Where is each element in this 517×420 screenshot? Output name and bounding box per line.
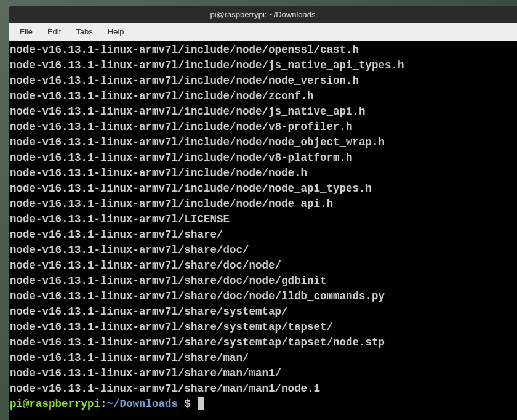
terminal-line: node-v16.13.1-linux-armv7l/share/man/man… [10, 381, 516, 397]
terminal-output[interactable]: node-v16.13.1-linux-armv7l/include/node/… [9, 41, 517, 420]
titlebar[interactable]: pi@raspberrypi: ~/Downloads [9, 6, 517, 23]
prompt-separator: : [100, 398, 107, 410]
terminal-line: node-v16.13.1-linux-armv7l/share/doc/ [10, 243, 516, 258]
terminal-line: node-v16.13.1-linux-armv7l/include/node/… [10, 135, 516, 150]
prompt-line: pi@raspberrypi:~/Downloads $ [10, 397, 516, 412]
terminal-line: node-v16.13.1-linux-armv7l/include/node/… [10, 104, 516, 119]
cursor-icon [198, 397, 204, 410]
window-title: pi@raspberrypi: ~/Downloads [210, 10, 315, 19]
menu-help[interactable]: Help [102, 25, 130, 39]
terminal-line: node-v16.13.1-linux-armv7l/share/man/man… [10, 366, 516, 381]
menubar: File Edit Tabs Help [9, 23, 517, 41]
terminal-line: node-v16.13.1-linux-armv7l/include/node/… [10, 89, 516, 104]
terminal-line: node-v16.13.1-linux-armv7l/share/systemt… [10, 335, 516, 350]
terminal-line: node-v16.13.1-linux-armv7l/include/node/… [10, 58, 516, 73]
terminal-line: node-v16.13.1-linux-armv7l/include/node/… [10, 150, 516, 166]
terminal-line: node-v16.13.1-linux-armv7l/include/node/… [10, 119, 516, 135]
terminal-line: node-v16.13.1-linux-armv7l/include/node/… [10, 166, 516, 181]
terminal-line: node-v16.13.1-linux-armv7l/share/doc/nod… [10, 273, 516, 289]
terminal-line: node-v16.13.1-linux-armv7l/share/doc/nod… [10, 258, 516, 273]
terminal-line: node-v16.13.1-linux-armv7l/share/ [10, 227, 516, 243]
prompt-user: pi@raspberrypi [10, 398, 100, 410]
terminal-line: node-v16.13.1-linux-armv7l/share/doc/nod… [10, 289, 516, 304]
terminal-window: pi@raspberrypi: ~/Downloads File Edit Ta… [9, 6, 517, 420]
terminal-line: node-v16.13.1-linux-armv7l/LICENSE [10, 212, 516, 227]
terminal-line: node-v16.13.1-linux-armv7l/include/node/… [10, 42, 516, 58]
menu-edit[interactable]: Edit [41, 25, 67, 39]
terminal-line: node-v16.13.1-linux-armv7l/include/node/… [10, 73, 516, 89]
prompt-path: ~/Downloads [107, 398, 178, 410]
terminal-line: node-v16.13.1-linux-armv7l/include/node/… [10, 196, 516, 212]
terminal-line: node-v16.13.1-linux-armv7l/share/systemt… [10, 320, 516, 335]
prompt-dollar: $ [178, 398, 198, 410]
terminal-line: node-v16.13.1-linux-armv7l/share/systemt… [10, 304, 516, 320]
terminal-line: node-v16.13.1-linux-armv7l/include/node/… [10, 181, 516, 196]
menu-tabs[interactable]: Tabs [70, 25, 98, 39]
terminal-line: node-v16.13.1-linux-armv7l/share/man/ [10, 350, 516, 366]
menu-file[interactable]: File [14, 25, 39, 39]
